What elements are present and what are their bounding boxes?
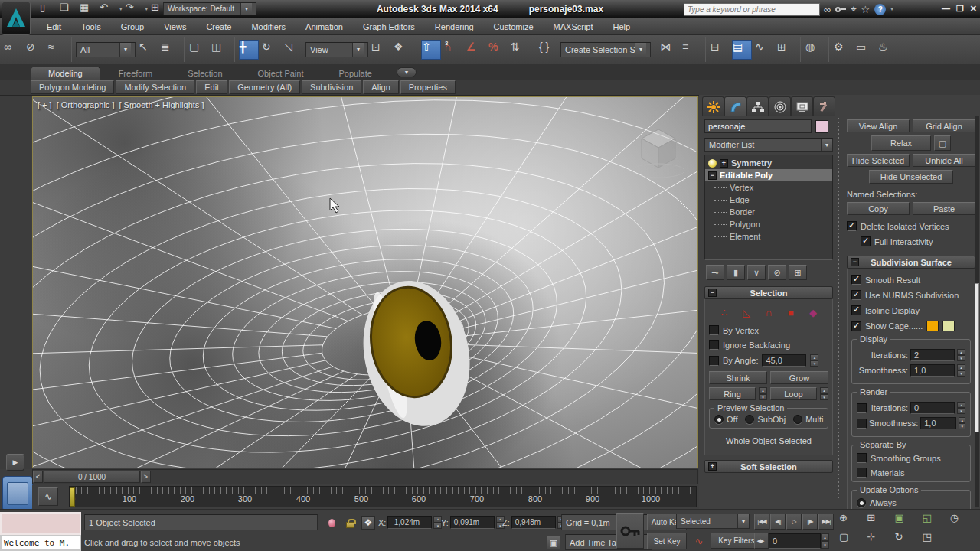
previous-frame-button[interactable]: < — [33, 471, 43, 483]
by-angle-checkbox[interactable] — [709, 356, 719, 366]
display-iterations-spinner[interactable]: ▴▾ — [957, 349, 965, 361]
modifier-list-arrow-icon[interactable]: ▾ — [821, 139, 832, 151]
bind-to-space-warp-button[interactable]: ≈ — [47, 40, 67, 60]
minimize-button[interactable]: — — [942, 4, 950, 13]
render-production-button[interactable]: ♨ — [877, 40, 897, 60]
ignore-backfacing-checkbox[interactable] — [709, 340, 719, 350]
use-nurms-checkbox[interactable] — [851, 290, 861, 300]
select-and-manipulate-button[interactable]: ❖ — [393, 40, 413, 60]
vertex-subobject-button[interactable]: ∴ — [717, 305, 732, 319]
perspective-viewport[interactable]: [ + ] [ Orthographic ] [ Smooth + Highli… — [32, 96, 698, 468]
render-iterations-checkbox[interactable] — [857, 403, 867, 413]
selection-filter-dropdown[interactable]: All ▾ — [76, 42, 136, 57]
set-key-button[interactable]: Set Key — [647, 533, 687, 549]
unlink-selection-button[interactable]: ⊘ — [25, 40, 45, 60]
rectangular-selection-region-button[interactable]: ▢ — [188, 40, 208, 60]
z-coordinate-field[interactable]: 0,948m — [511, 516, 556, 529]
align-button[interactable]: ≡ — [681, 40, 701, 60]
undo-flyout-arrow-icon[interactable]: ▾ — [119, 6, 122, 12]
material-editor-button[interactable]: ◍ — [805, 40, 825, 60]
minimized-window-thumbnail[interactable] — [2, 476, 33, 511]
tab-motion[interactable] — [769, 96, 791, 116]
redo-button[interactable]: ↷ — [126, 2, 142, 17]
reference-coordinate-dropdown[interactable]: View ▾ — [305, 42, 368, 57]
app-menu-button[interactable] — [2, 2, 31, 35]
render-setup-button[interactable]: ⚙ — [833, 40, 853, 60]
stack-subobject-edge[interactable]: Edge — [705, 194, 832, 206]
ring-button[interactable]: Ring — [709, 387, 756, 400]
relax-settings-button[interactable]: ▢ — [934, 135, 951, 151]
ring-spinner[interactable]: ▴▾ — [759, 387, 767, 400]
panel-column-splitter[interactable] — [838, 118, 839, 500]
panel-scrollbar[interactable] — [975, 116, 979, 507]
open-file-button[interactable]: ❏ — [60, 2, 77, 17]
pin-stack-button[interactable]: ⊸ — [706, 265, 724, 280]
ribbon-panel-geometry-all[interactable]: Geometry (All) — [229, 80, 300, 94]
viewport-pov-menu[interactable]: [ Orthographic ] — [57, 100, 115, 109]
stack-item-editable-poly[interactable]: − Editable Poly — [705, 169, 832, 181]
infocenter-search[interactable] — [684, 3, 820, 16]
manage-layers-button[interactable]: ⊟ — [710, 40, 730, 60]
menu-modifiers[interactable]: Modifiers — [241, 22, 296, 31]
smoothing-groups-checkbox[interactable] — [857, 453, 867, 463]
element-subobject-button[interactable]: ◆ — [805, 305, 821, 319]
modifier-enabled-bulb-icon[interactable] — [708, 159, 717, 168]
schematic-view-button[interactable]: ⊞ — [776, 40, 796, 60]
render-smoothness-checkbox[interactable] — [857, 419, 867, 429]
tab-display[interactable] — [791, 96, 813, 116]
angle-snap-toggle[interactable]: ∠ — [466, 40, 485, 60]
cage-color-swatch[interactable] — [926, 321, 939, 331]
display-smoothness-spinner[interactable]: ▴▾ — [957, 364, 965, 377]
track-bar[interactable]: ∿ 0 100 200 300 400 500 600 700 800 900 … — [32, 485, 698, 509]
next-frame-playback-button[interactable]: ||▶ — [802, 514, 818, 530]
preview-off-radio[interactable] — [714, 415, 724, 424]
animation-selection-set-dropdown[interactable]: Selected ▾ — [676, 514, 750, 529]
ribbon-panel-edit[interactable]: Edit — [196, 80, 227, 94]
search-input[interactable] — [684, 3, 820, 16]
stack-subobject-border[interactable]: Border — [705, 206, 832, 218]
select-object-button[interactable]: ↖ — [138, 40, 158, 60]
selection-rollout-header[interactable]: − Selection — [704, 286, 833, 299]
graphite-ribbon-toggle[interactable]: ▤ — [732, 40, 752, 60]
stack-subobject-vertex[interactable]: Vertex — [705, 181, 832, 194]
current-frame-field[interactable]: 0 — [769, 533, 821, 549]
preview-off-option[interactable]: Off — [714, 415, 737, 424]
unhide-all-button[interactable]: Unhide All — [913, 154, 975, 167]
loop-button[interactable]: Loop — [770, 387, 817, 400]
orbit-button[interactable]: ↻ — [894, 531, 921, 549]
stack-subobject-element[interactable]: Element — [705, 230, 832, 243]
y-coordinate-field[interactable]: 0,091m — [450, 516, 495, 529]
help-icon[interactable]: ? — [874, 4, 886, 15]
go-to-end-button[interactable]: ▶▶| — [818, 514, 834, 530]
by-angle-field[interactable]: 45,0 — [762, 354, 806, 367]
spinner-snap-toggle[interactable]: ⇅ — [510, 40, 530, 60]
subscription-key-icon[interactable] — [835, 7, 846, 12]
zoom-extents-all-button[interactable]: ◱ — [923, 512, 949, 530]
materials-checkbox[interactable] — [857, 468, 867, 478]
favorites-star-icon[interactable]: ☆ — [861, 4, 871, 15]
hide-unselected-button[interactable]: Hide Unselected — [869, 170, 953, 184]
key-mode-toggle[interactable]: ◀▶ — [754, 533, 766, 549]
hide-selected-button[interactable]: Hide Selected — [847, 154, 910, 167]
ribbon-panel-modify-selection[interactable]: Modify Selection — [116, 80, 194, 94]
window-crossing-toggle[interactable]: ◫ — [211, 40, 230, 60]
zoom-all-button[interactable]: ⊞ — [867, 512, 893, 530]
panel-scrollbar-thumb[interactable] — [975, 283, 979, 432]
tab-modify[interactable] — [724, 96, 746, 116]
communication-center-icon[interactable]: ⌖ — [851, 3, 856, 15]
time-slider[interactable]: < 0 / 1000 > — [32, 469, 698, 484]
help-dropdown-icon[interactable]: ▾ — [890, 6, 893, 12]
render-smoothness-field[interactable]: 1,0 — [920, 417, 956, 429]
configure-modifier-sets-button[interactable]: ⊞ — [789, 265, 807, 280]
edge-subobject-button[interactable]: ◺ — [739, 305, 754, 319]
ribbon-tab-selection[interactable]: Selection — [171, 67, 239, 80]
display-iterations-field[interactable]: 2 — [910, 349, 955, 361]
menu-group[interactable]: Group — [111, 22, 155, 31]
frame-spinner[interactable]: ▴▾ — [821, 533, 829, 549]
by-angle-spinner[interactable]: ▴▾ — [810, 354, 818, 367]
search-binoculars-icon[interactable]: ∞ — [824, 4, 831, 15]
absolute-mode-toggle[interactable]: ❖ — [361, 516, 375, 530]
make-unique-button[interactable]: ∨ — [747, 265, 766, 280]
rendered-frame-window-button[interactable]: ▭ — [855, 40, 875, 60]
relax-button[interactable]: Relax — [871, 135, 931, 151]
